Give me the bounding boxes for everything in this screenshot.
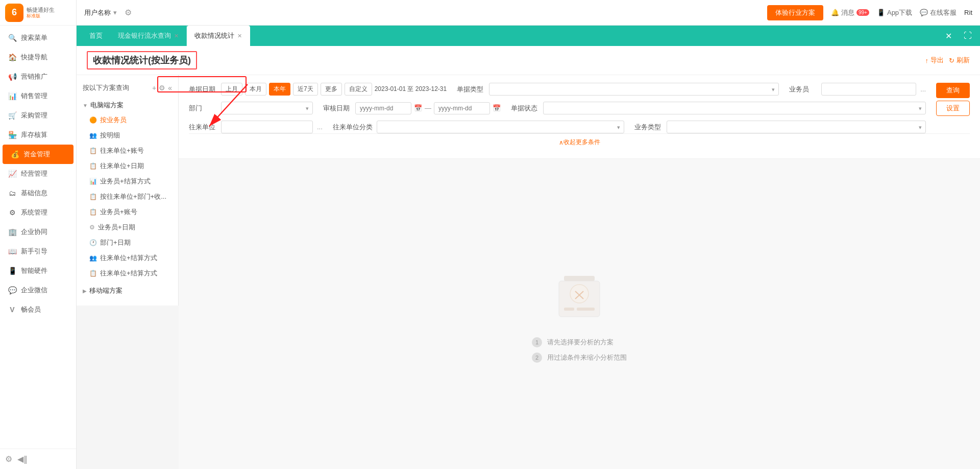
tip-num-1: 1 [532, 337, 542, 347]
tabbar: 首页 现金银行流水查询 ✕ 收款情况统计 ✕ ✕ ⛶ [77, 26, 980, 46]
scheme-group-desktop-title[interactable]: ▼ 电脑端方案 [77, 98, 178, 112]
wechat-icon: 💬 [8, 286, 17, 295]
tab-maximize-btn[interactable]: ⛶ [961, 29, 975, 43]
date-calendar-icon-1[interactable]: 📅 [414, 104, 422, 112]
tab-close-btn[interactable]: ✕ [941, 29, 955, 43]
date-btn-this-month[interactable]: 本月 [245, 83, 266, 96]
filter-counterpart-type-select[interactable] [377, 121, 624, 133]
topbar-gear-button[interactable]: ⚙ [125, 8, 132, 17]
scheme-add-icon[interactable]: + [152, 84, 156, 92]
date-calendar-icon-2[interactable]: 📅 [493, 104, 501, 112]
empty-tips: 1 请先选择要分析的方案 2 用过滤条件来缩小分析范围 [532, 337, 627, 363]
tab-collection-close[interactable]: ✕ [237, 33, 242, 39]
filter-staff-input[interactable] [821, 83, 916, 96]
filter-staff-label: 业务员 [789, 85, 817, 94]
scheme-item-staff-date[interactable]: ⚙ 业务员+日期 [77, 220, 178, 235]
scheme-item-staff-settlement[interactable]: 📊 业务员+结算方式 [77, 174, 178, 189]
filter-staff-dots[interactable]: ... [920, 85, 926, 93]
filter-dept-label: 部门 [189, 104, 217, 113]
filter-biztype-item: 业务类型 [634, 121, 926, 133]
scheme-settings-icon[interactable]: ⚙ [159, 84, 165, 92]
date-btn-last-month[interactable]: 上月 [221, 83, 242, 96]
tip-num-2: 2 [532, 353, 542, 363]
scheme-group-mobile-title[interactable]: ▶ 移动端方案 [77, 284, 178, 298]
query-button[interactable]: 查询 [936, 83, 970, 98]
tab-collection[interactable]: 收款情况统计 ✕ [187, 26, 250, 46]
date-btn-custom[interactable]: 自定义 [345, 83, 372, 96]
filter-counterpart-input[interactable] [221, 121, 313, 133]
filter-audit-to[interactable] [434, 102, 490, 114]
trial-btn[interactable]: 体验行业方案 [767, 5, 823, 20]
scheme-item-icon-10: 📋 [89, 270, 97, 277]
online-service-area[interactable]: 💬 在线客服 [920, 8, 957, 17]
collapse-bar[interactable]: ∧ 收起更多条件 [189, 133, 970, 151]
filter-docstatus-select[interactable] [543, 102, 926, 114]
scheme-item-detail[interactable]: 👥 按明细 [77, 128, 178, 143]
sidebar-item-guide[interactable]: 📖 新手引导 [0, 242, 76, 261]
refresh-button[interactable]: ↻ 刷新 [949, 56, 970, 65]
member-icon: V [8, 305, 17, 314]
scheme-item-staff-account[interactable]: 📋 业务员+账号 [77, 204, 178, 220]
sidebar-item-operation[interactable]: 📈 经营管理 [0, 164, 76, 183]
scheme-item-unit-dept-recv[interactable]: 📋 按往来单位+部门+收... [77, 189, 178, 204]
sidebar-item-basic[interactable]: 🗂 基础信息 [0, 183, 76, 203]
sidebar-item-member[interactable]: V 畅会员 [0, 300, 76, 319]
sidebar-item-search[interactable]: 🔍 搜索菜单 [0, 28, 76, 48]
date-btn-7days[interactable]: 近7天 [293, 83, 318, 96]
app-download-area[interactable]: 📱 App下载 [877, 8, 912, 17]
refresh-icon: ↻ [949, 57, 954, 64]
content: 收款情况统计(按业务员) ↑ 导出 ↻ 刷新 按以下方案查询 [77, 46, 980, 469]
scheme-item-unit-settlement2[interactable]: 📋 往来单位+结算方式 [77, 266, 178, 281]
home-icon: 🏠 [8, 53, 17, 62]
filter-audit-label: 审核日期 [323, 104, 351, 113]
scheme-item-by-staff[interactable]: 🟠 按业务员 [77, 112, 178, 128]
tab-cashflow[interactable]: 现金银行流水查询 ✕ [110, 26, 187, 46]
date-btn-more[interactable]: 更多 [321, 83, 342, 96]
breadcrumb-dropdown-icon[interactable]: ▾ [113, 9, 117, 16]
online-service-icon: 💬 [920, 9, 928, 16]
date-separator: — [425, 104, 431, 112]
setting-button[interactable]: 设置 [936, 101, 970, 116]
filter-counterpart-dots[interactable]: ... [317, 123, 323, 131]
tab-cashflow-close[interactable]: ✕ [174, 33, 179, 39]
svg-rect-8 [577, 308, 595, 311]
sidebar-item-marketing[interactable]: 📢 营销推广 [0, 67, 76, 86]
filter-doctype-select[interactable] [489, 83, 779, 96]
scheme-item-dept-date[interactable]: 🕐 部门+日期 [77, 235, 178, 250]
sidebar-item-purchase[interactable]: 🛒 采购管理 [0, 106, 76, 125]
scheme-item-unit-date[interactable]: 📋 往来单位+日期 [77, 158, 178, 174]
filter-biztype-select[interactable] [667, 121, 926, 133]
filter-dept-select[interactable] [221, 102, 313, 114]
sidebar-item-sales[interactable]: 📊 销售管理 [0, 86, 76, 106]
filter-counterpart-item: 往来单位 ... [189, 121, 323, 133]
filter-counterpart-type-wrapper [377, 121, 624, 133]
purchase-icon: 🛒 [8, 111, 17, 120]
filter-audit-dates: 📅 — 📅 [355, 102, 501, 114]
sidebar-item-system[interactable]: ⚙ 系统管理 [0, 203, 76, 222]
notification-icon: 🔔 [831, 9, 839, 16]
sidebar-item-quicknav[interactable]: 🏠 快捷导航 [0, 48, 76, 67]
filter-main-rows: 单据日期 上月 本月 本年 近7天 更多 自定义 [189, 83, 970, 133]
sales-icon: 📊 [8, 91, 17, 101]
scheme-item-unit-settlement1[interactable]: 👥 往来单位+结算方式 [77, 250, 178, 266]
scheme-item-unit-account[interactable]: 📋 往来单位+账号 [77, 143, 178, 158]
filter-counterpart-type-label: 往来单位分类 [333, 123, 373, 132]
sidebar-item-finance[interactable]: 💰 资金管理 [3, 145, 74, 164]
date-btn-this-year[interactable]: 本年 [269, 83, 290, 96]
sidebar-item-hardware[interactable]: 📱 智能硬件 [0, 261, 76, 280]
right-panel: 单据日期 上月 本月 本年 近7天 更多 自定义 [179, 75, 980, 469]
sidebar-settings-icon[interactable]: ⚙ [5, 454, 12, 464]
sidebar-item-wechat[interactable]: 💬 企业微信 [0, 280, 76, 300]
filter-row-2: 部门 审核日期 [189, 102, 926, 114]
sidebar-collapse-icon[interactable]: ◀‖ [17, 454, 28, 464]
filter-audit-from[interactable] [355, 102, 411, 114]
scheme-collapse-icon[interactable]: « [168, 84, 172, 92]
page-title: 收款情况统计(按业务员) [87, 51, 197, 69]
filter-biztype-label: 业务类型 [634, 123, 663, 132]
sidebar-item-corp[interactable]: 🏢 企业协同 [0, 222, 76, 242]
notifications-area[interactable]: 🔔 消息 99+ [831, 8, 869, 17]
sidebar-item-inventory[interactable]: 🏪 库存核算 [0, 125, 76, 145]
export-button[interactable]: ↑ 导出 [925, 56, 944, 65]
tab-home[interactable]: 首页 [82, 26, 110, 46]
filter-counterpart-type-item: 往来单位分类 [333, 121, 624, 133]
